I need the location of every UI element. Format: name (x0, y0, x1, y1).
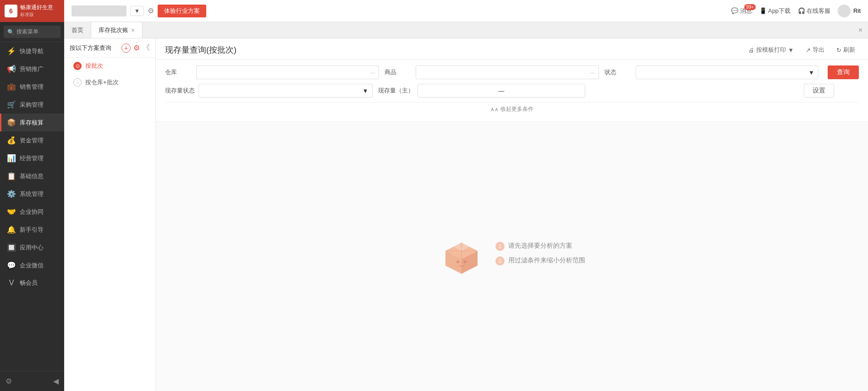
sidebar-item-business[interactable]: 📊 经营管理 (0, 149, 64, 167)
query-button[interactable]: 查询 (828, 65, 859, 79)
main-area: ▼ ⚙ 体验行业方案 💬 消息 99+ 📱 App下载 🎧 在线客服 (64, 0, 868, 391)
left-panel-title: 按以下方案查询 (70, 44, 111, 52)
content-area: 按以下方案查询 + ⚙ 《 ⊙ 按批次 ○ 按仓库+批次 现存量查询(按批次) (64, 38, 868, 391)
sidebar-item-purchase[interactable]: 🛒 采购管理 (0, 96, 64, 114)
collab-icon: 🤝 (7, 207, 16, 216)
online-service-link[interactable]: 🎧 在线客服 (798, 7, 830, 15)
schema-item-by-warehouse-batch[interactable]: ○ 按仓库+批次 (64, 74, 155, 91)
stock-qty-range[interactable]: — (418, 84, 586, 98)
experience-button[interactable]: 体验行业方案 (158, 5, 206, 17)
schema-icon-gray: ○ (73, 78, 82, 87)
chevron-up-icon: ∧∧ (490, 106, 499, 113)
refresh-icon: ↻ (836, 47, 841, 54)
status-dropdown-icon: ▼ (808, 69, 814, 76)
collapse-left-button[interactable]: 《 (143, 43, 150, 53)
sidebar-search-area: 🔍 搜索菜单 (0, 22, 64, 42)
step-text-2: 用过滤条件来缩小分析范围 (508, 256, 585, 265)
empty-state: 1 请先选择要分析的方案 2 用过滤条件来缩小分析范围 (156, 122, 868, 391)
topbar-gear-button[interactable]: ⚙ (148, 6, 154, 15)
basic-icon: 📋 (7, 172, 16, 180)
warehouse-label: 仓库 (165, 68, 192, 76)
sidebar-item-collab[interactable]: 🤝 企业协同 (0, 203, 64, 221)
left-panel-actions: + ⚙ 《 (121, 43, 150, 53)
stock-status-select[interactable]: ▼ (198, 84, 373, 98)
sidebar-item-system[interactable]: ⚙️ 系统管理 (0, 185, 64, 203)
add-schema-button[interactable]: + (121, 43, 131, 53)
sidebar-item-basic[interactable]: 📋 基础信息 (0, 167, 64, 185)
refresh-button[interactable]: ↻ 刷新 (833, 44, 859, 56)
status-select[interactable]: ▼ (636, 65, 819, 79)
product-filter: 商品 ··· (385, 65, 599, 79)
sidebar-item-marketing[interactable]: 📢 营销推广 (0, 60, 64, 78)
topbar-dropdown-button[interactable]: ▼ (130, 6, 144, 16)
sidebar-header: 6 畅康通好生意 标准版 (0, 0, 64, 22)
empty-step-1: 1 请先选择要分析的方案 (495, 242, 585, 251)
tab-home[interactable]: 首页 (64, 22, 91, 38)
svg-point-8 (464, 261, 467, 263)
user-avatar (838, 5, 851, 17)
tab-inventory-batch[interactable]: 库存批次账 × (91, 22, 143, 38)
sidebar-nav: ⚡ 快捷导航 📢 营销推广 💼 销售管理 🛒 采购管理 📦 库存核算 💰 资金管… (0, 42, 64, 371)
print-dropdown-icon: ▼ (788, 47, 794, 54)
step-num-1: 1 (495, 242, 505, 251)
sidebar-item-inventory[interactable]: 📦 库存核算 (0, 114, 64, 131)
topbar-left: ▼ ⚙ 体验行业方案 (71, 5, 726, 17)
sidebar-footer: ⚙ ◀ (0, 371, 64, 391)
apps-icon: 🔲 (7, 243, 16, 252)
app-download-link[interactable]: 📱 App下载 (759, 7, 791, 15)
topbar-right: 💬 消息 99+ 📱 App下载 🎧 在线客服 Rit (731, 5, 861, 17)
sidebar-item-apps[interactable]: 🔲 应用中心 (0, 239, 64, 256)
stock-qty-filter: 现存量（主） — (378, 84, 586, 98)
phone-icon: 📱 (759, 7, 767, 14)
warehouse-dots: ··· (370, 69, 375, 76)
marketing-icon: 📢 (7, 65, 16, 73)
sidebar-item-finance[interactable]: 💰 资金管理 (0, 131, 64, 149)
collapse-sidebar-button[interactable]: ◀ (51, 375, 60, 387)
search-icon: 🔍 (7, 29, 14, 35)
settings-button[interactable]: 设置 (804, 84, 834, 98)
empty-illustration (439, 234, 484, 279)
search-menu-button[interactable]: 🔍 搜索菜单 (4, 26, 60, 38)
schema-label-by-batch: 按批次 (85, 62, 103, 70)
collapse-more-button[interactable]: ∧∧ 收起更多条件 (165, 102, 859, 116)
user-menu[interactable]: Rit (838, 5, 861, 17)
message-badge: 99+ (744, 4, 756, 10)
export-button[interactable]: ↗ 导出 (802, 44, 828, 56)
tabs-bar: 首页 库存批次账 × × (64, 22, 868, 38)
sidebar-item-sales[interactable]: 💼 销售管理 (0, 78, 64, 96)
step-num-2: 2 (495, 256, 505, 266)
sidebar-item-vip[interactable]: V 畅会员 (0, 274, 64, 292)
user-name: Rit (853, 7, 861, 14)
schema-icon-red: ⊙ (73, 62, 82, 70)
filter-row-1: 仓库 ··· 商品 ··· 状态 (165, 65, 859, 79)
left-panel-header: 按以下方案查询 + ⚙ 《 (64, 38, 155, 58)
product-label: 商品 (385, 68, 412, 76)
sidebar-item-guide[interactable]: 🔔 新手引导 (0, 221, 64, 239)
schema-item-by-batch[interactable]: ⊙ 按批次 (64, 58, 155, 74)
print-icon: 🖨 (748, 47, 754, 54)
message-icon: 💬 (731, 7, 738, 14)
stock-status-dropdown-icon: ▼ (363, 87, 368, 94)
schema-label-by-warehouse-batch: 按仓库+批次 (85, 78, 119, 87)
sidebar-item-wechat[interactable]: 💬 企业微信 (0, 256, 64, 274)
warehouse-input[interactable]: ··· (196, 65, 379, 79)
headset-icon: 🎧 (798, 7, 805, 14)
schema-settings-button[interactable]: ⚙ (133, 43, 140, 52)
page-header: 现存量查询(按批次) 🖨 按模板打印 ▼ ↗ 导出 ↻ 刷新 (156, 38, 868, 60)
product-input[interactable]: ··· (416, 65, 599, 79)
topbar-breadcrumb (71, 5, 126, 16)
sales-icon: 💼 (7, 82, 16, 91)
topbar: ▼ ⚙ 体验行业方案 💬 消息 99+ 📱 App下载 🎧 在线客服 (64, 0, 868, 22)
tab-close-button[interactable]: × (131, 27, 135, 33)
messages-button[interactable]: 💬 消息 99+ (731, 7, 752, 15)
sidebar-item-quick-nav[interactable]: ⚡ 快捷导航 (0, 42, 64, 60)
print-button[interactable]: 🖨 按模板打印 ▼ (745, 44, 797, 56)
step-text-1: 请先选择要分析的方案 (508, 242, 572, 250)
filter-row-2: 现存量状态 ▼ 现存量（主） — (165, 84, 859, 98)
settings-button[interactable]: ⚙ (4, 375, 14, 387)
filter-area: 仓库 ··· 商品 ··· 状态 (156, 60, 868, 122)
vip-icon: V (7, 279, 16, 287)
business-icon: 📊 (7, 154, 16, 163)
close-panel-button[interactable]: × (853, 26, 868, 34)
finance-icon: 💰 (7, 136, 16, 145)
